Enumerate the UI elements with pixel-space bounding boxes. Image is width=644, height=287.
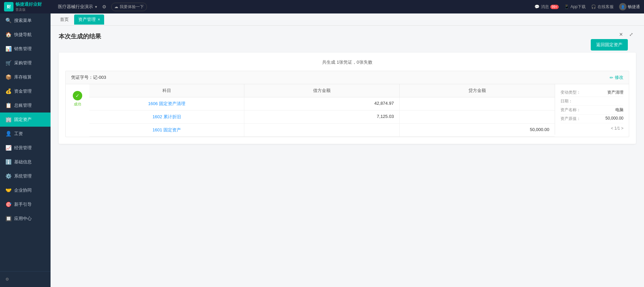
panel-origval-value: 50,000.00	[606, 116, 623, 122]
debit-2: 7,125.03	[244, 110, 399, 123]
sidebar-item-guide[interactable]: 🎯 新手引导	[0, 197, 51, 212]
expand-icon: ⤢	[629, 32, 633, 37]
edit-button[interactable]: ✏ 修改	[610, 74, 623, 81]
company-name: 医疗器械行业演示	[58, 4, 93, 10]
debit-1: 42,874.97	[244, 97, 399, 110]
guide-icon: 🎯	[5, 201, 11, 208]
sidebar-item-quick-nav[interactable]: 🏠 快捷导航	[0, 28, 51, 42]
messages-button[interactable]: 💬 消息 99+	[534, 4, 559, 10]
table-row: 1606 固定资产清理 42,874.97	[89, 97, 555, 110]
company-selector[interactable]: 医疗器械行业演示 ▼	[58, 4, 98, 10]
online-service-button[interactable]: 🎧 在线客服	[591, 4, 614, 10]
logo-subtitle: 普及版	[16, 7, 42, 12]
sidebar-item-inventory[interactable]: 📦 库存核算	[0, 70, 51, 84]
col-credit: 贷方金额	[400, 84, 555, 97]
logo-icon: 财	[4, 2, 13, 11]
subject-2[interactable]: 1602 累计折旧	[89, 110, 244, 123]
sidebar-inventory-label: 库存核算	[14, 74, 32, 80]
page-title: 本次生成的结果	[59, 32, 101, 40]
sidebar-item-fixed-assets[interactable]: 🏢 固定资产	[0, 113, 51, 127]
cloud-icon: ☁	[114, 4, 118, 9]
sidebar-item-payroll[interactable]: 👤 工资	[0, 127, 51, 141]
user-info[interactable]: 👤 畅捷通	[619, 3, 640, 10]
return-button[interactable]: 返回固定资产	[591, 39, 628, 51]
sales-icon: 📊	[5, 46, 11, 52]
sidebar-operations-label: 经营管理	[14, 145, 32, 151]
credit-1	[400, 97, 555, 110]
home-icon: 🏠	[5, 32, 11, 38]
expand-button[interactable]: ⤢	[626, 30, 636, 39]
tab-home[interactable]: 首页	[56, 14, 73, 25]
voucher-table: 科目 借方金额 贷方金额 1606 固定资产清理 42,874.97	[89, 84, 555, 137]
panel-row-type: 变动类型： 资产清理	[560, 88, 623, 97]
subject-1[interactable]: 1606 固定资产清理	[89, 97, 244, 110]
sidebar-ledger-label: 总账管理	[14, 102, 32, 108]
sidebar-purchase-label: 采购管理	[14, 60, 32, 66]
header-right: 💬 消息 99+ 📱 App下载 🎧 在线客服 👤 畅捷通	[534, 3, 640, 10]
sidebar-search-label: 搜索菜单	[14, 18, 32, 24]
panel-row-date: 日期：	[560, 97, 623, 106]
sidebar: 🔍 搜索菜单 🏠 快捷导航 📊 销售管理 🛒 采购管理 📦 库存核算 💰 资金管…	[0, 13, 51, 287]
success-label: 成功	[74, 102, 81, 107]
sidebar-settings-button[interactable]: ⚙	[0, 274, 51, 284]
voucher-section: 凭证字号：记-003 ✏ 修改 ✓ 成功	[65, 71, 629, 137]
sidebar-item-basic-info[interactable]: ℹ️ 基础信息	[0, 155, 51, 169]
header-center: 医疗器械行业演示 ▼ ⚙ ☁ 我要体验一下	[55, 3, 534, 11]
status-column: ✓ 成功	[66, 84, 89, 107]
sidebar-quicknav-label: 快捷导航	[14, 32, 32, 38]
sidebar-item-system[interactable]: ⚙️ 系统管理	[0, 169, 51, 183]
sidebar-item-operations[interactable]: 📈 经营管理	[0, 141, 51, 155]
settings-bottom-icon: ⚙	[5, 277, 9, 282]
close-button[interactable]: ✕	[616, 30, 626, 39]
message-icon: 💬	[534, 4, 540, 9]
app-center-icon: 🔲	[5, 216, 11, 222]
search-icon: 🔍	[5, 18, 11, 24]
panel-type-label: 变动类型：	[560, 90, 581, 95]
payroll-icon: 👤	[5, 131, 11, 137]
panel-origval-label: 资产原值：	[560, 116, 581, 122]
pagination[interactable]: < 1/1 >	[560, 123, 623, 131]
settings-icon[interactable]: ⚙	[100, 3, 109, 11]
panel-name-value: 电脑	[615, 107, 623, 113]
username: 畅捷通	[628, 4, 640, 10]
sidebar-item-app-center[interactable]: 🔲 应用中心	[0, 212, 51, 226]
operations-icon: 📈	[5, 145, 11, 151]
edit-label: 修改	[615, 74, 623, 81]
main-layout: 🔍 搜索菜单 🏠 快捷导航 📊 销售管理 🛒 采购管理 📦 库存核算 💰 资金管…	[0, 13, 644, 287]
sidebar-funds-label: 资金管理	[14, 88, 32, 94]
purchase-icon: 🛒	[5, 60, 11, 66]
logo-title: 畅捷通好业财	[16, 1, 42, 7]
sidebar-enterprise-label: 企业协同	[14, 187, 32, 193]
table-row: 1601 固定资产 50,000.00	[89, 124, 555, 137]
app-download-button[interactable]: 📱 App下载	[564, 4, 586, 10]
sidebar-sales-label: 销售管理	[14, 46, 32, 52]
tab-asset-mgmt[interactable]: 资产管理 ×	[74, 14, 104, 25]
credit-3: 50,000.00	[400, 124, 555, 136]
page-content: 本次生成的结果 返回固定资产 ✕ ⤢ 共生成 1张凭证，0张失败	[51, 26, 644, 287]
sidebar-item-enterprise[interactable]: 🤝 企业协同	[0, 183, 51, 197]
sidebar-item-funds[interactable]: 💰 资金管理	[0, 84, 51, 98]
result-summary: 共生成 1张凭证，0张失败	[65, 59, 629, 65]
sidebar-fixed-assets-label: 固定资产	[14, 117, 32, 123]
sidebar-item-ledger[interactable]: 📋 总账管理	[0, 98, 51, 113]
online-service-label: 在线客服	[597, 4, 614, 10]
messages-label: 消息	[541, 4, 549, 10]
logo-text-block: 畅捷通好业财 普及版	[16, 1, 42, 12]
sidebar-payroll-label: 工资	[14, 131, 23, 137]
subject-3[interactable]: 1601 固定资产	[89, 124, 244, 136]
panel-row-original-value: 资产原值： 50,000.00	[560, 115, 623, 123]
sidebar-item-purchase[interactable]: 🛒 采购管理	[0, 56, 51, 70]
avatar: 👤	[619, 3, 626, 10]
debit-3	[244, 124, 399, 136]
sidebar-item-search[interactable]: 🔍 搜索菜单	[0, 13, 51, 28]
table-header: 科目 借方金额 贷方金额	[89, 84, 555, 97]
panel-type-value: 资产清理	[607, 90, 623, 95]
tab-close-icon[interactable]: ×	[98, 17, 100, 22]
sidebar-item-sales[interactable]: 📊 销售管理	[0, 42, 51, 56]
inventory-icon: 📦	[5, 74, 11, 80]
edit-icon: ✏	[610, 75, 613, 80]
basic-info-icon: ℹ️	[5, 159, 11, 165]
voucher-number: 凭证字号：记-003	[71, 74, 106, 81]
experience-button[interactable]: ☁ 我要体验一下	[111, 3, 147, 11]
voucher-body: ✓ 成功 科目 借方金额 贷方金额	[66, 84, 629, 137]
